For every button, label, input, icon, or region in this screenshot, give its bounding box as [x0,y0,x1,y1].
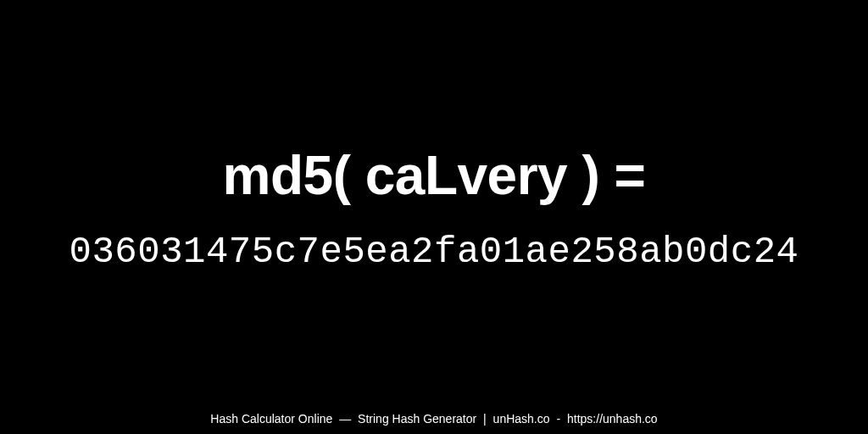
footer-separator: | [483,412,487,426]
footer-separator: — [339,412,351,426]
hash-display: md5( caLvery ) = 036031475c7e5ea2fa01ae2… [0,0,868,434]
footer-url: https://unhash.co [567,412,658,426]
footer-domain: unHash.co [493,412,550,426]
hash-result: 036031475c7e5ea2fa01ae258ab0dc24 [70,231,799,273]
footer-subtitle: String Hash Generator [358,412,476,426]
hash-expression: md5( caLvery ) = [223,144,646,207]
footer-separator: - [556,412,560,426]
footer: Hash Calculator Online — String Hash Gen… [0,412,868,426]
footer-title: Hash Calculator Online [210,412,332,426]
